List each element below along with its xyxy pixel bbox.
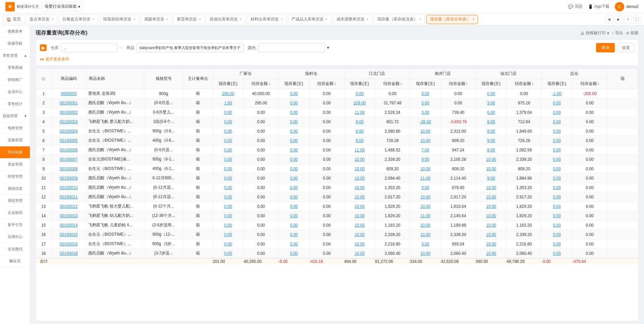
warehouse-dots[interactable]: ··· xyxy=(119,45,122,50)
row-na-qty[interactable]: 10.00 xyxy=(410,136,441,145)
row-code[interactable]: 00100013 xyxy=(51,211,86,221)
print-button[interactable]: 🖨 按模板打印 ▾ xyxy=(580,30,609,36)
row-fc-qty[interactable]: 0.00 xyxy=(213,117,244,127)
row-fc-qty[interactable]: 0.00 xyxy=(213,249,244,259)
row-code[interactable]: 00100014 xyxy=(51,221,86,230)
row-lc-qty[interactable]: 0.00 xyxy=(278,174,309,183)
row-zc-qty[interactable]: 0.00 xyxy=(541,98,572,108)
row-zc-qty[interactable]: 0.00 xyxy=(541,221,572,230)
color-dropdown-icon[interactable]: ▾ xyxy=(327,45,329,50)
row-lc-qty[interactable]: 0.00 xyxy=(278,136,309,145)
row-yb-qty[interactable]: 8.00 xyxy=(476,127,506,136)
row-code[interactable]: 00100007 xyxy=(51,155,86,164)
row-yb-qty[interactable]: 10.00 xyxy=(476,164,506,174)
row-code[interactable]: 00100001 xyxy=(51,98,86,108)
row-na-qty[interactable]: 10.00 xyxy=(410,230,441,239)
row-jb-qty[interactable]: 10.00 xyxy=(344,211,375,221)
tab-home[interactable]: 🏠 首页 xyxy=(3,15,24,24)
row-fc-qty[interactable]: 0.00 xyxy=(213,155,244,164)
row-lc-qty[interactable]: 0.00 xyxy=(278,155,309,164)
row-jb-qty[interactable]: 10.00 xyxy=(344,183,375,192)
row-na-qty[interactable]: 5.00 xyxy=(410,183,441,192)
row-code[interactable]: 00100002 xyxy=(51,108,86,117)
close-icon[interactable]: × xyxy=(166,17,168,21)
row-yb-qty[interactable]: 10.00 xyxy=(476,221,506,230)
row-lc-qty[interactable]: 0.00 xyxy=(278,183,309,192)
expand-conditions-button[interactable]: ▾▾ 展开更多条件 xyxy=(40,56,69,62)
row-zc-qty[interactable]: 0.00 xyxy=(541,192,572,202)
row-yb-qty[interactable]: 10.00 xyxy=(476,249,506,259)
row-lc-qty[interactable]: 0.00 xyxy=(278,192,309,202)
row-lc-qty[interactable]: 0.00 xyxy=(278,202,309,211)
row-zc-qty[interactable]: 0.00 xyxy=(541,230,572,239)
row-lc-qty[interactable]: 0.00 xyxy=(278,108,309,117)
row-na-qty[interactable]: 9.00 xyxy=(410,155,441,164)
row-yb-qty[interactable]: 9.00 xyxy=(476,136,506,145)
query-button[interactable]: 查询 xyxy=(596,43,615,52)
sidebar-item-enterprise[interactable]: 企业协同 xyxy=(0,207,30,219)
sidebar-item-basics[interactable]: 基础信息 xyxy=(0,183,30,195)
close-icon[interactable]: × xyxy=(367,17,369,21)
row-fc-qty[interactable]: 200.00 xyxy=(213,89,244,98)
row-zc-qty[interactable]: 0.00 xyxy=(541,145,572,155)
sidebar-item-system[interactable]: 系统管理 xyxy=(0,195,30,207)
row-yb-qty[interactable]: 0.00 xyxy=(476,89,506,98)
row-fc-qty[interactable]: 0.00 xyxy=(213,239,244,249)
color-input[interactable] xyxy=(258,43,325,52)
row-zc-qty[interactable]: 0.00 xyxy=(541,211,572,221)
row-code[interactable]: 00100010 xyxy=(51,183,86,192)
row-code[interactable]: 0000003 xyxy=(51,89,86,98)
row-fc-qty[interactable]: 0.00 xyxy=(213,183,244,192)
row-na-qty[interactable]: 10.00 xyxy=(410,221,441,230)
nav-expand-button[interactable]: ⛶ xyxy=(633,15,641,24)
row-yb-qty[interactable]: 10.00 xyxy=(476,155,506,164)
row-code[interactable]: 00100003 xyxy=(51,117,86,127)
row-fc-qty[interactable]: 0.00 xyxy=(213,230,244,239)
row-code[interactable]: 00100006 xyxy=(51,145,86,155)
row-lc-qty[interactable]: 0.00 xyxy=(278,89,309,98)
row-yb-qty[interactable]: 10.00 xyxy=(476,183,506,192)
row-jb-qty[interactable]: 11.00 xyxy=(344,108,375,117)
row-jb-qty[interactable]: 9.00 xyxy=(344,117,375,127)
row-lc-qty[interactable]: 0.00 xyxy=(278,230,309,239)
tab-inventory-count[interactable]: 盘点单历史 × xyxy=(26,15,57,24)
row-zc-qty[interactable]: 0.00 xyxy=(541,155,572,164)
row-yb-qty[interactable]: 10.00 xyxy=(476,211,506,221)
row-jb-qty[interactable]: 10.00 xyxy=(344,221,375,230)
tab-stock-distribution[interactable]: 现存量（库存分布表） × xyxy=(426,15,478,24)
row-zc-qty[interactable]: 0.00 xyxy=(541,249,572,259)
row-yb-qty[interactable]: 10.00 xyxy=(476,192,506,202)
row-fc-qty[interactable]: 0.00 xyxy=(213,164,244,174)
row-lc-qty[interactable]: 0.00 xyxy=(278,239,309,249)
row-jb-qty[interactable]: 10.00 xyxy=(344,192,375,202)
settings-button[interactable]: 设置 xyxy=(618,43,634,52)
row-na-qty[interactable]: 10.00 xyxy=(410,127,441,136)
row-lc-qty[interactable]: 0.00 xyxy=(278,211,309,221)
sidebar-item-nav[interactable]: 快捷导航 xyxy=(0,38,30,50)
row-zc-qty[interactable]: 0.00 xyxy=(541,117,572,127)
sidebar-item-marketing[interactable]: 营销推广 xyxy=(0,74,30,86)
sidebar-item-operations[interactable]: 经营管理 xyxy=(0,171,30,183)
row-jb-qty[interactable]: 10.00 xyxy=(344,249,375,259)
tab-cost-adjust[interactable]: 成本调整单历史 × xyxy=(333,15,372,24)
row-code[interactable]: 00100008 xyxy=(51,164,86,174)
sidebar-item-retail-mgmt[interactable]: 零售管理 ▲ xyxy=(0,50,30,62)
row-zc-qty[interactable]: 0.00 xyxy=(541,127,572,136)
row-fc-qty[interactable]: 0.00 xyxy=(213,211,244,221)
row-jb-qty[interactable]: 9.00 xyxy=(344,136,375,145)
tab-finished-goods[interactable]: 产成品入库单历史 × xyxy=(288,15,331,24)
row-lc-qty[interactable]: 0.00 xyxy=(278,249,309,259)
row-lc-qty[interactable]: 0.00 xyxy=(278,127,309,136)
row-zc-qty[interactable]: 0.00 xyxy=(541,136,572,145)
row-jb-qty[interactable]: 109.00 xyxy=(344,98,375,108)
row-zc-qty[interactable]: 0.00 xyxy=(541,108,572,117)
row-jb-qty[interactable]: 10.00 xyxy=(344,174,375,183)
sidebar-item-inventory[interactable]: 库存核算 xyxy=(0,146,30,158)
sidebar-item-purchase[interactable]: 采购管理 xyxy=(0,134,30,146)
info-icon[interactable]: ℹ xyxy=(400,82,402,86)
row-na-qty[interactable]: 10.00 xyxy=(410,164,441,174)
row-lc-qty[interactable]: 0.00 xyxy=(278,117,309,127)
info-icon[interactable]: ℹ xyxy=(335,82,336,86)
close-icon[interactable]: × xyxy=(240,17,242,21)
industry-select[interactable]: 母婴行业演示陈套 ▾ xyxy=(42,2,83,11)
